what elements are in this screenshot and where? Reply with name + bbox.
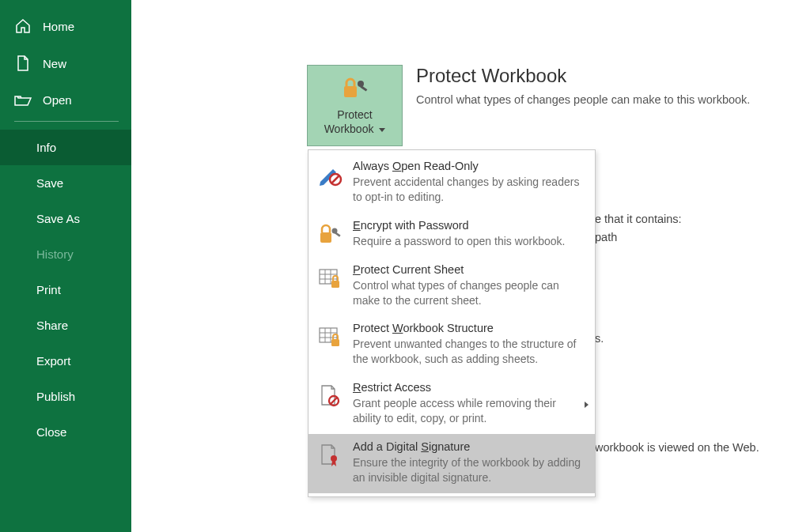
protect-workbook-button[interactable]: Protect Workbook (307, 65, 403, 146)
svg-line-4 (331, 175, 339, 183)
section-desc: Control what types of changes people can… (416, 93, 750, 106)
menu-item-title: Encrypt with Password (353, 219, 585, 232)
svg-point-22 (331, 455, 337, 462)
sidebar-label: Info (36, 141, 56, 154)
svg-rect-7 (335, 232, 341, 237)
obscured-text: path (595, 231, 617, 243)
menu-encrypt-password[interactable]: Encrypt with Password Require a password… (308, 213, 595, 257)
menu-item-title: Protect Current Sheet (353, 263, 585, 276)
doc-ribbon-icon (316, 442, 343, 469)
menu-item-title: Protect Workbook Structure (353, 322, 585, 334)
sidebar-label: Export (36, 354, 70, 368)
chevron-right-icon (585, 402, 589, 408)
lock-key-icon (339, 75, 371, 104)
info-pane: Protect Workbook Protect Workbook Contro… (131, 0, 810, 532)
sidebar-home[interactable]: Home (0, 8, 131, 44)
menu-item-desc: Require a password to open this workbook… (353, 234, 585, 249)
sidebar-save[interactable]: Save (0, 165, 131, 201)
sidebar-label: Close (36, 425, 66, 439)
pencil-prohibit-icon (316, 161, 343, 188)
sidebar-label: Save As (36, 212, 80, 225)
doc-prohibit-icon (316, 383, 343, 409)
menu-item-desc: Grant people access while removing their… (353, 396, 585, 426)
obscured-text: s. (595, 332, 604, 345)
menu-item-desc: Control what types of changes people can… (353, 278, 585, 308)
sidebar-save-as[interactable]: Save As (0, 201, 131, 236)
sidebar-open[interactable]: Open (0, 82, 131, 118)
menu-open-read-only[interactable]: Always Open Read-Only Prevent accidental… (308, 153, 595, 213)
sidebar-label: Print (36, 283, 61, 296)
sidebar-label: Open (43, 93, 72, 107)
backstage-sidebar: Home New Open Info Save Save As History … (0, 0, 131, 532)
protect-workbook-menu: Always Open Read-Only Prevent accidental… (308, 149, 596, 497)
menu-protect-sheet[interactable]: Protect Current Sheet Control what types… (308, 257, 595, 316)
protect-section: Protect Workbook Control what types of c… (416, 65, 750, 106)
sheet-lock-icon (316, 265, 343, 292)
obscured-text: e that it contains: (595, 213, 682, 225)
sidebar-publish[interactable]: Publish (0, 379, 131, 414)
menu-restrict-access[interactable]: Restrict Access Grant people access whil… (308, 375, 595, 434)
svg-line-21 (331, 398, 338, 405)
open-folder-icon (14, 94, 32, 107)
section-title: Protect Workbook (416, 65, 750, 87)
svg-rect-5 (320, 232, 331, 243)
sidebar-label: Publish (36, 390, 75, 403)
sidebar-share[interactable]: Share (0, 308, 131, 343)
sidebar-separator (14, 121, 119, 122)
svg-rect-13 (331, 281, 339, 288)
svg-point-1 (358, 81, 364, 87)
menu-item-title: Add a Digital Signature (353, 440, 585, 453)
sidebar-export[interactable]: Export (0, 343, 131, 379)
sidebar-label: New (43, 57, 66, 70)
sidebar-history: History (0, 236, 131, 272)
sidebar-label: Share (36, 319, 68, 332)
sidebar-label: History (36, 247, 74, 261)
menu-item-desc: Prevent accidental changes by asking rea… (353, 175, 585, 205)
lock-key-icon (316, 221, 343, 247)
new-doc-icon (14, 55, 32, 71)
button-label: Protect Workbook (324, 108, 386, 136)
sidebar-print[interactable]: Print (0, 272, 131, 308)
sidebar-label: Home (43, 20, 74, 33)
menu-digital-signature[interactable]: Add a Digital Signature Ensure the integ… (308, 434, 595, 493)
sidebar-close[interactable]: Close (0, 414, 131, 450)
home-icon (14, 19, 32, 33)
svg-rect-19 (331, 339, 339, 346)
sidebar-new[interactable]: New (0, 44, 131, 82)
menu-item-title: Restrict Access (353, 381, 585, 394)
svg-rect-0 (344, 86, 357, 97)
sidebar-info[interactable]: Info (0, 130, 131, 165)
svg-rect-2 (360, 85, 367, 92)
workbook-lock-icon (316, 323, 343, 350)
sidebar-label: Save (36, 176, 63, 190)
obscured-text: workbook is viewed on the Web. (595, 441, 759, 454)
menu-item-desc: Prevent unwanted changes to the structur… (353, 337, 585, 367)
menu-protect-structure[interactable]: Protect Workbook Structure Prevent unwan… (308, 315, 595, 375)
menu-item-title: Always Open Read-Only (353, 160, 585, 172)
chevron-down-icon (379, 128, 385, 132)
menu-item-desc: Ensure the integrity of the workbook by … (353, 455, 585, 485)
